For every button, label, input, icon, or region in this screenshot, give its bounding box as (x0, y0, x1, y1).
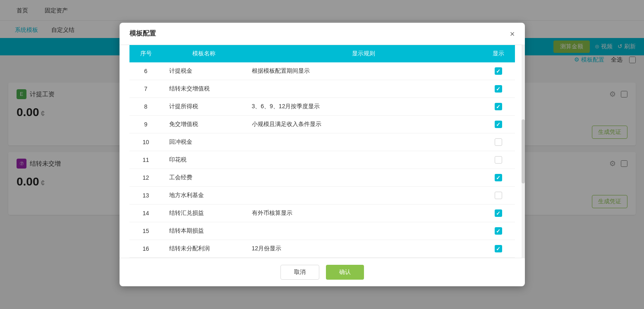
table-body: 6计提税金根据模板配置期间显示7结转未交增值税8计提所得税3、6、9、12月按季… (129, 62, 515, 258)
cell-id: 12 (129, 169, 163, 187)
cell-name: 结转未交增值税 (163, 80, 245, 98)
cell-checkbox (482, 187, 515, 204)
checkbox-checked[interactable] (495, 103, 502, 110)
table-row: 6计提税金根据模板配置期间显示 (129, 62, 515, 80)
cell-rule (245, 222, 482, 240)
confirm-button[interactable]: 确认 (326, 265, 364, 280)
cell-id: 7 (129, 80, 163, 98)
cell-name: 结转汇兑损益 (163, 204, 245, 222)
cell-checkbox (482, 169, 515, 187)
checkbox-checked[interactable] (495, 227, 502, 235)
cell-id: 10 (129, 133, 163, 151)
modal-header: 模板配置 × (120, 23, 525, 45)
table-row: 14结转汇兑损益有外币核算显示 (129, 204, 515, 222)
cell-id: 6 (129, 62, 163, 80)
table-row: 11印花税 (129, 151, 515, 169)
cell-name: 印花税 (163, 151, 245, 169)
cell-checkbox (482, 151, 515, 169)
cell-id: 13 (129, 187, 163, 204)
cell-name: 计提税金 (163, 62, 245, 80)
cell-name: 回冲税金 (163, 133, 245, 151)
col-header-display: 显示 (482, 45, 515, 62)
checkbox-checked[interactable] (495, 245, 502, 252)
col-header-name: 模板名称 (163, 45, 245, 62)
cell-id: 9 (129, 116, 163, 133)
table-row: 16结转未分配利润12月份显示 (129, 240, 515, 258)
table-row: 7结转未交增值税 (129, 80, 515, 98)
cell-name: 结转未分配利润 (163, 240, 245, 258)
cell-name: 结转本期损益 (163, 222, 245, 240)
cell-name: 工会经费 (163, 169, 245, 187)
cell-id: 16 (129, 240, 163, 258)
checkbox-checked[interactable] (495, 209, 502, 217)
cell-name: 免交增值税 (163, 116, 245, 133)
scrollbar-track (522, 45, 525, 258)
cell-checkbox (482, 116, 515, 133)
cell-checkbox (482, 98, 515, 116)
col-header-id: 序号 (129, 45, 163, 62)
col-header-rule: 显示规则 (245, 45, 482, 62)
modal-footer: 取消 确认 (120, 258, 525, 286)
table-header-row: 序号 模板名称 显示规则 显示 (129, 45, 515, 62)
config-table: 序号 模板名称 显示规则 显示 6计提税金根据模板配置期间显示7结转未交增值税8… (129, 45, 515, 258)
cell-rule (245, 169, 482, 187)
modal-body: 序号 模板名称 显示规则 显示 6计提税金根据模板配置期间显示7结转未交增值税8… (120, 45, 525, 258)
cell-rule: 3、6、9、12月按季度显示 (245, 98, 482, 116)
table-row: 8计提所得税3、6、9、12月按季度显示 (129, 98, 515, 116)
table-row: 12工会经费 (129, 169, 515, 187)
cell-id: 14 (129, 204, 163, 222)
cell-rule: 小规模且满足收入条件显示 (245, 116, 482, 133)
cell-checkbox (482, 62, 515, 80)
cell-rule: 根据模板配置期间显示 (245, 62, 482, 80)
checkbox-checked[interactable] (495, 121, 502, 128)
cell-checkbox (482, 222, 515, 240)
modal-close-button[interactable]: × (510, 30, 515, 38)
scrollbar-thumb[interactable] (522, 119, 525, 183)
cell-rule (245, 133, 482, 151)
checkbox-unchecked[interactable] (495, 192, 502, 199)
table-row: 15结转本期损益 (129, 222, 515, 240)
checkbox-checked[interactable] (495, 85, 502, 93)
cell-checkbox (482, 80, 515, 98)
cell-name: 地方水利基金 (163, 187, 245, 204)
checkbox-checked[interactable] (495, 174, 502, 181)
cell-checkbox (482, 240, 515, 258)
checkbox-unchecked[interactable] (495, 156, 502, 164)
modal-title: 模板配置 (129, 29, 156, 38)
table-row: 10回冲税金 (129, 133, 515, 151)
cell-checkbox (482, 204, 515, 222)
cancel-button[interactable]: 取消 (280, 265, 319, 280)
cell-id: 15 (129, 222, 163, 240)
cell-rule: 有外币核算显示 (245, 204, 482, 222)
cell-rule (245, 151, 482, 169)
cell-rule (245, 187, 482, 204)
cell-id: 11 (129, 151, 163, 169)
table-row: 13地方水利基金 (129, 187, 515, 204)
cell-rule (245, 80, 482, 98)
cell-checkbox (482, 133, 515, 151)
cell-id: 8 (129, 98, 163, 116)
table-row: 9免交增值税小规模且满足收入条件显示 (129, 116, 515, 133)
template-config-modal: 模板配置 × 序号 模板名称 显示规则 显示 6计提税金根据模板配置期间显示7结… (120, 23, 525, 286)
cell-rule: 12月份显示 (245, 240, 482, 258)
checkbox-unchecked[interactable] (495, 138, 502, 146)
checkbox-checked[interactable] (495, 67, 502, 75)
modal-overlay: 模板配置 × 序号 模板名称 显示规则 显示 6计提税金根据模板配置期间显示7结… (0, 0, 644, 309)
cell-name: 计提所得税 (163, 98, 245, 116)
